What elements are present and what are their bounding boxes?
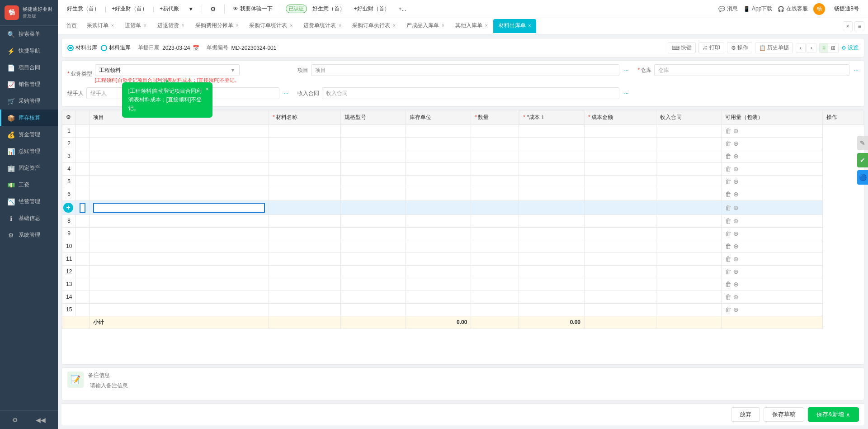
- topbar-nav-item-3[interactable]: +易代账: [156, 3, 183, 14]
- row-spec[interactable]: [269, 214, 341, 227]
- quick-key-btn[interactable]: ⌨ 快键: [668, 42, 696, 53]
- copy-icon[interactable]: ⊕: [733, 293, 739, 300]
- row-spec[interactable]: [269, 240, 341, 253]
- row-unit[interactable]: [341, 265, 406, 278]
- tab-home[interactable]: 首页: [61, 19, 81, 33]
- tab-cost[interactable]: 采购费用分摊单 ×: [190, 19, 244, 33]
- row-avail[interactable]: [656, 240, 721, 253]
- radio-out[interactable]: 材料出库: [67, 44, 97, 52]
- delete-icon[interactable]: 🗑: [725, 230, 731, 237]
- row-project[interactable]: [76, 278, 90, 291]
- delete-icon[interactable]: 🗑: [725, 204, 731, 211]
- active-name-input[interactable]: [93, 203, 265, 213]
- row-contract[interactable]: [585, 303, 656, 316]
- copy-icon[interactable]: ⊕: [733, 127, 739, 134]
- row-cost[interactable]: [471, 124, 519, 137]
- row-name[interactable]: [90, 253, 269, 265]
- row-cost[interactable]: [471, 175, 519, 188]
- row-spec[interactable]: [269, 253, 341, 265]
- active-row-avail[interactable]: [656, 200, 721, 214]
- row-name[interactable]: [90, 227, 269, 240]
- row-contract[interactable]: [585, 188, 656, 200]
- row-unit[interactable]: [341, 240, 406, 253]
- copy-icon[interactable]: ⊕: [733, 204, 739, 211]
- row-spec[interactable]: [269, 265, 341, 278]
- delete-icon[interactable]: 🗑: [725, 178, 731, 185]
- copy-icon[interactable]: ⊕: [733, 281, 739, 288]
- row-qty[interactable]: [406, 278, 471, 291]
- save-draft-button[interactable]: 保存草稿: [764, 407, 804, 422]
- row-qty[interactable]: [406, 214, 471, 227]
- active-row-spec[interactable]: [269, 200, 341, 214]
- row-unit[interactable]: [341, 227, 406, 240]
- row-avail[interactable]: [656, 291, 721, 303]
- row-contract[interactable]: [585, 278, 656, 291]
- tab-po-close[interactable]: ×: [111, 23, 114, 28]
- row-qty[interactable]: [406, 265, 471, 278]
- row-qty[interactable]: [406, 175, 471, 188]
- copy-icon[interactable]: ⊕: [733, 243, 739, 250]
- right-panel-btn1[interactable]: ✎: [857, 136, 868, 150]
- row-spec[interactable]: [269, 188, 341, 200]
- row-cost[interactable]: [471, 265, 519, 278]
- right-panel-btn3[interactable]: 🔵: [857, 170, 868, 185]
- handler-more-btn[interactable]: ···: [284, 90, 288, 96]
- tab-other[interactable]: 其他入库单 ×: [450, 19, 493, 33]
- row-project[interactable]: [76, 240, 90, 253]
- row-amount[interactable]: [519, 124, 585, 137]
- settings-btn[interactable]: ⚙ 设置: [841, 44, 859, 52]
- sidebar-item-nav[interactable]: ⚡ 快捷导航: [0, 43, 58, 59]
- row-unit[interactable]: [341, 175, 406, 188]
- topbar-right-nav-1[interactable]: 好生意（首）: [309, 3, 349, 14]
- row-avail[interactable]: [656, 175, 721, 188]
- row-amount[interactable]: [519, 137, 585, 150]
- topbar-nav-item-1[interactable]: 好生意（首）: [63, 3, 103, 14]
- row-contract[interactable]: [585, 214, 656, 227]
- delete-icon[interactable]: 🗑: [725, 191, 731, 198]
- tab-stat2[interactable]: 进货单统计表 ×: [298, 19, 347, 33]
- save-new-button[interactable]: 保存&新增 ∧: [808, 407, 859, 422]
- sidebar-item-inventory[interactable]: 📦 库存核算: [0, 110, 58, 126]
- row-spec[interactable]: [269, 303, 341, 316]
- row-project[interactable]: [76, 291, 90, 303]
- row-contract[interactable]: [585, 291, 656, 303]
- add-row-btn[interactable]: +: [63, 203, 73, 213]
- warehouse-input[interactable]: 仓库: [654, 64, 849, 76]
- tab-prod-close[interactable]: ×: [442, 23, 444, 28]
- row-contract[interactable]: [585, 227, 656, 240]
- row-avail[interactable]: [656, 303, 721, 316]
- row-cost[interactable]: [471, 240, 519, 253]
- row-qty[interactable]: [406, 291, 471, 303]
- row-cost[interactable]: [471, 150, 519, 162]
- row-avail[interactable]: [656, 150, 721, 162]
- active-row-amount[interactable]: [519, 200, 585, 214]
- row-cost[interactable]: [471, 278, 519, 291]
- row-cost[interactable]: [471, 253, 519, 265]
- row-amount[interactable]: [519, 162, 585, 175]
- row-cost[interactable]: [471, 303, 519, 316]
- sidebar-item-info[interactable]: ℹ 基础信息: [0, 210, 58, 227]
- row-qty[interactable]: [406, 227, 471, 240]
- active-row-qty[interactable]: [406, 200, 471, 214]
- row-contract[interactable]: [585, 253, 656, 265]
- row-project[interactable]: [76, 265, 90, 278]
- copy-icon[interactable]: ⊕: [733, 268, 739, 275]
- active-project-input[interactable]: [80, 203, 85, 213]
- copy-icon[interactable]: ⊕: [733, 140, 739, 147]
- row-name[interactable]: [90, 303, 269, 316]
- row-name[interactable]: [90, 150, 269, 162]
- copy-icon[interactable]: ⊕: [733, 165, 739, 172]
- copy-icon[interactable]: ⊕: [733, 153, 739, 160]
- row-contract[interactable]: [585, 162, 656, 175]
- user-avatar[interactable]: 畅: [813, 3, 825, 15]
- row-qty[interactable]: [406, 124, 471, 137]
- tab-stat2-close[interactable]: ×: [339, 23, 341, 28]
- sidebar-item-sales[interactable]: 📈 销售管理: [0, 76, 58, 93]
- row-amount[interactable]: [519, 214, 585, 227]
- tab-exec[interactable]: 采购订单执行表 ×: [347, 19, 401, 33]
- active-row-cost[interactable]: [471, 200, 519, 214]
- col-settings-header[interactable]: ⚙: [62, 110, 76, 125]
- sidebar-item-fund[interactable]: 💰 资金管理: [0, 126, 58, 143]
- row-name[interactable]: [90, 265, 269, 278]
- copy-icon[interactable]: ⊕: [733, 191, 739, 198]
